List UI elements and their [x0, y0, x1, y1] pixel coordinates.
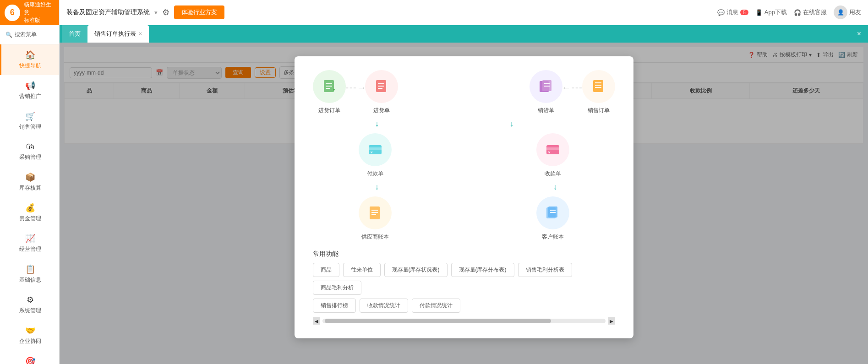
money-icon: 💰 — [25, 203, 35, 213]
handshake-icon: 🤝 — [25, 326, 35, 336]
down-arrow-4: ↓ — [553, 182, 557, 192]
logo-icon: 6 — [5, 5, 20, 21]
app-download-button[interactable]: 📱 App下载 — [755, 8, 787, 16]
down-arrow-2: ↓ — [510, 119, 514, 129]
sidebar-item-finance[interactable]: 💰 资金管理 — [0, 197, 59, 228]
modal-scrollbar: ◀ ▶ — [313, 317, 615, 325]
user-menu[interactable]: 👤 用友 — [834, 5, 861, 19]
box-icon: 📦 — [25, 172, 35, 182]
sales-order-circle — [582, 70, 615, 103]
sales-bill-circle — [530, 70, 562, 103]
online-service-button[interactable]: 🎧 在线客服 — [794, 8, 827, 16]
tab-sales-order[interactable]: 销售订单执行表 × — [87, 25, 149, 43]
common-btn-product[interactable]: 商品 — [313, 263, 339, 277]
tab-bar: 首页 销售订单执行表 × × — [60, 25, 868, 43]
svg-rect-17 — [369, 147, 382, 150]
flow-down-arrows-2: ↓ ↓ — [313, 182, 615, 192]
message-badge: 5 — [740, 10, 748, 15]
main-area: 装备及固定资产辅助管理系统 ▾ ⚙ 体验行业方案 💬 消息 5 📱 App下载 … — [60, 0, 868, 364]
search-menu-button[interactable]: 🔍 搜索菜单 — [4, 29, 55, 40]
flow-row-1: 进货订单 - - - → 进货单 — [313, 70, 615, 114]
flow-item-supplier-account[interactable]: 供应商账本 — [359, 196, 392, 241]
sidebar-item-basic-info[interactable]: 📋 基础信息 — [0, 259, 59, 289]
purchase-order-circle — [313, 70, 346, 103]
purchase-bill-circle — [365, 70, 398, 103]
sidebar-nav: 🏠 快捷导航 📢 营销推广 🛒 销售管理 🛍 采购管理 📦 库存核算 💰 — [0, 44, 59, 364]
sidebar-logo: 6 畅康通好生意 标准版 — [0, 0, 59, 25]
scroll-thumb[interactable] — [325, 319, 551, 323]
download-icon: 📱 — [755, 9, 763, 16]
down-arrow-1: ↓ — [375, 119, 379, 129]
message-icon: 💬 — [717, 9, 725, 16]
svg-text:¥: ¥ — [370, 150, 373, 154]
user-avatar: 👤 — [834, 5, 847, 19]
gear-icon: ⚙ — [27, 295, 34, 305]
common-btns-row1: 商品 往来单位 现存量(库存状况表) 现存量(库存分布表) 销售毛利分析表 商品… — [313, 263, 615, 295]
scroll-right-button[interactable]: ▶ — [608, 317, 615, 325]
sidebar-item-quick-nav[interactable]: 🏠 快捷导航 — [0, 44, 59, 75]
shopping-icon: 🛍 — [26, 142, 34, 152]
chart-icon: 📈 — [25, 234, 35, 244]
payment-circle: ¥ — [359, 133, 392, 166]
sidebar-item-inventory[interactable]: 📦 库存核算 — [0, 167, 59, 197]
flow-section: 进货订单 - - - → 进货单 — [313, 70, 615, 241]
tab-close-icon[interactable]: × — [139, 31, 142, 37]
supplier-account-circle — [359, 196, 392, 229]
flow-arrow-left-1: - - - → — [562, 82, 582, 93]
sidebar-item-enterprise[interactable]: 🤝 企业协同 — [0, 320, 59, 351]
flow-item-purchase-bill[interactable]: 进货单 — [365, 70, 398, 114]
flow-row-2: ¥ 付款单 ¥ — [313, 133, 615, 178]
sidebar-item-operations[interactable]: 📈 经营管理 — [0, 228, 59, 259]
app-title: 装备及固定资产辅助管理系统 — [66, 8, 150, 16]
clipboard-icon: 📋 — [25, 264, 35, 274]
flow-item-customer-account[interactable]: 客户账本 — [536, 196, 569, 241]
common-btn-inventory-dist[interactable]: 现存量(库存分布表) — [451, 263, 514, 277]
cart-icon: 🛒 — [25, 111, 35, 121]
target-icon: 🎯 — [25, 356, 35, 364]
scroll-left-button[interactable]: ◀ — [313, 317, 320, 325]
app-container: 6 畅康通好生意 标准版 🔍 搜索菜单 🏠 快捷导航 📢 营销推广 — [0, 0, 868, 364]
common-section: 常用功能 商品 往来单位 现存量(库存状况表) 现存量(库存分布表) 销售毛利分… — [313, 250, 615, 313]
common-btn-receipt-stats[interactable]: 收款情况统计 — [360, 299, 408, 313]
common-btn-partner[interactable]: 往来单位 — [343, 263, 381, 277]
sidebar-item-sales[interactable]: 🛒 销售管理 — [0, 106, 59, 136]
common-btn-payment-stats[interactable]: 付款情况统计 — [412, 299, 460, 313]
scroll-track — [322, 319, 606, 323]
message-button[interactable]: 💬 消息 5 — [717, 8, 748, 16]
flow-item-sales-order[interactable]: 销售订单 — [582, 70, 615, 114]
flow-down-arrows: ↓ ↓ — [313, 119, 615, 129]
sidebar-item-marketing[interactable]: 📢 营销推广 — [0, 75, 59, 106]
sidebar: 6 畅康通好生意 标准版 🔍 搜索菜单 🏠 快捷导航 📢 营销推广 — [0, 0, 60, 364]
sidebar-item-purchase[interactable]: 🛍 采购管理 — [0, 136, 59, 167]
dropdown-icon: ▾ — [154, 9, 158, 16]
sidebar-item-system[interactable]: ⚙ 系统管理 — [0, 289, 59, 320]
tab-bar-close-button[interactable]: × — [852, 30, 866, 38]
customer-account-circle — [536, 196, 569, 229]
flow-item-purchase-order[interactable]: 进货订单 — [313, 70, 346, 114]
logo-text: 畅康通好生意 标准版 — [24, 1, 55, 24]
modal-content: 进货订单 - - - → 进货单 — [295, 56, 633, 338]
common-btn-sales-analysis[interactable]: 销售毛利分析表 — [518, 263, 572, 277]
home-icon: 🏠 — [25, 50, 35, 60]
megaphone-icon: 📢 — [25, 81, 35, 91]
common-btn-inventory-status[interactable]: 现存量(库存状况表) — [384, 263, 448, 277]
flow-item-receipt[interactable]: ¥ 收款单 — [536, 133, 569, 178]
down-arrow-3: ↓ — [375, 182, 379, 192]
settings-icon[interactable]: ⚙ — [162, 7, 169, 17]
flow-modal: 进货订单 - - - → 进货单 — [295, 56, 633, 338]
receipt-circle: ¥ — [536, 133, 569, 166]
flow-item-sales-bill[interactable]: 销货单 — [530, 70, 562, 114]
flow-item-payment[interactable]: ¥ 付款单 — [359, 133, 392, 178]
trial-button[interactable]: 体验行业方案 — [174, 5, 224, 19]
flow-arrow-right-1: - - - → — [346, 82, 366, 93]
common-btn-product-profit[interactable]: 商品毛利分析 — [313, 281, 361, 295]
tab-home[interactable]: 首页 — [62, 25, 87, 43]
common-btn-sales-ranking[interactable]: 销售排行榜 — [313, 299, 356, 313]
sidebar-search: 🔍 搜索菜单 — [0, 25, 59, 44]
sidebar-item-guide[interactable]: 🎯 新手引导 — [0, 351, 59, 364]
search-icon: 🔍 — [5, 32, 12, 38]
header: 装备及固定资产辅助管理系统 ▾ ⚙ 体验行业方案 💬 消息 5 📱 App下载 … — [60, 0, 868, 25]
content-area: ❓ 帮助 🖨 按模板打印 ▾ ⬆ 导出 🔄 刷新 — [60, 43, 868, 364]
header-right: 💬 消息 5 📱 App下载 🎧 在线客服 👤 用友 — [717, 5, 861, 19]
svg-rect-12 — [593, 80, 603, 92]
